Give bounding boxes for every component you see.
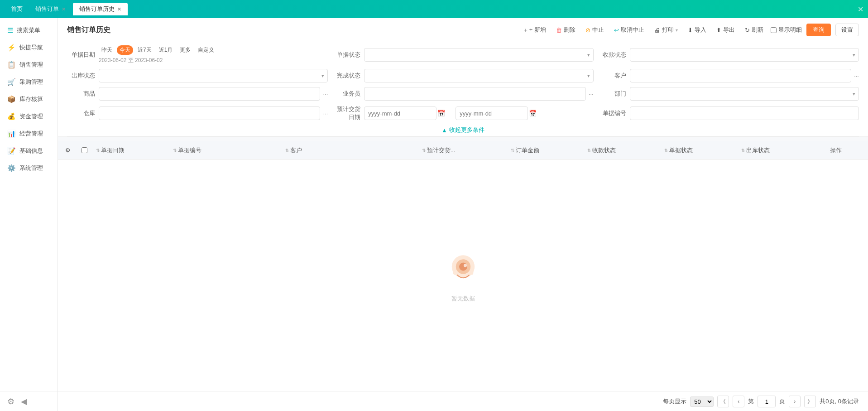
tab-sales-order[interactable]: 销售订单 ✕	[29, 3, 72, 15]
sort-receipt-icon: ⇅	[587, 148, 591, 153]
tab-sales-history-close[interactable]: ✕	[117, 6, 121, 12]
sidebar-item-quick-nav[interactable]: ⚡ 快捷导航	[0, 39, 58, 56]
th-ops-label: 操作	[830, 146, 842, 155]
th-ops: 操作	[827, 146, 863, 155]
date-dash: —	[446, 110, 456, 117]
main-layout: ☰ 搜索菜单 ⚡ 快捷导航 📋 销售管理 🛒 采购管理 📦 库存核算 💰 资金管…	[0, 18, 868, 411]
delete-button[interactable]: 🗑 删除	[553, 24, 578, 35]
sidebar-collapse-icon[interactable]: ◀	[21, 396, 27, 406]
salesperson-dots[interactable]: ···	[589, 91, 594, 97]
inventory-icon: 📦	[7, 95, 16, 103]
cancel-stop-button[interactable]: ↩ 取消中止	[611, 24, 647, 35]
print-button[interactable]: 🖨 打印 ▾	[652, 24, 681, 35]
order-no-label: 单据编号	[598, 109, 630, 117]
search-menu-icon: ☰	[7, 26, 13, 34]
th-status[interactable]: ⇅ 单据状态	[662, 146, 739, 155]
customer-input[interactable]	[630, 69, 851, 82]
date-btn-1month[interactable]: 近1月	[156, 45, 176, 55]
th-delivery[interactable]: ⇅ 预计交货...	[419, 146, 508, 155]
tab-sales-order-close[interactable]: ✕	[62, 6, 66, 12]
export-icon: ⬆	[716, 27, 721, 34]
th-amount[interactable]: ⇅ 订单金额	[508, 146, 585, 155]
outbound-status-select[interactable]	[99, 69, 328, 82]
first-page-button[interactable]: 《	[717, 396, 729, 407]
page-title-row: 销售订单历史 + + 新增 🗑 删除 ⊘ 中止 ↩	[67, 24, 859, 41]
tab-sales-history[interactable]: 销售订单历史 ✕	[73, 3, 128, 15]
th-no[interactable]: ⇅ 单据编号	[170, 146, 283, 155]
query-button[interactable]: 查询	[806, 24, 831, 36]
settings-button[interactable]: 设置	[835, 24, 859, 36]
window-close-icon[interactable]: ✕	[858, 5, 863, 14]
th-outbound[interactable]: ⇅ 出库状态	[739, 146, 827, 155]
sidebar-item-inventory[interactable]: 📦 库存核算	[0, 91, 58, 108]
page-unit-label: 页	[779, 397, 785, 406]
display-toggle-checkbox[interactable]	[771, 27, 777, 33]
th-gear[interactable]: ⚙	[62, 147, 79, 154]
sidebar-item-search-menu[interactable]: ☰ 搜索菜单	[0, 22, 58, 39]
th-date[interactable]: ⇅ 单据日期	[93, 146, 170, 155]
th-customer[interactable]: ⇅ 客户	[283, 146, 419, 155]
date-btn-today[interactable]: 今天	[117, 45, 133, 55]
date-range-text: 2023-06-02 至 2023-06-02	[99, 57, 217, 64]
last-page-button[interactable]: 》	[804, 396, 816, 407]
sort-status-icon: ⇅	[664, 148, 668, 153]
svg-point-4	[453, 271, 457, 275]
select-all-checkbox[interactable]	[82, 147, 87, 153]
delivery-date-start[interactable]	[364, 106, 436, 120]
salesperson-input[interactable]	[364, 87, 585, 101]
import-button[interactable]: ⬇ 导入	[685, 24, 709, 35]
dept-select[interactable]	[630, 87, 859, 101]
product-dots[interactable]: ···	[323, 91, 328, 97]
sidebar-item-basic-info[interactable]: 📝 基础信息	[0, 142, 58, 160]
display-toggle-label: 显示明细	[778, 26, 802, 34]
sidebar-item-finance[interactable]: 💰 资金管理	[0, 108, 58, 125]
toolbar: + + 新增 🗑 删除 ⊘ 中止 ↩ 取消中止	[521, 24, 859, 36]
sort-date-icon: ⇅	[96, 148, 100, 153]
receipt-status-wrap	[630, 48, 859, 62]
th-receipt[interactable]: ⇅ 收款状态	[585, 146, 662, 155]
tab-home[interactable]: 首页	[5, 3, 29, 15]
product-input[interactable]	[99, 87, 320, 101]
new-button[interactable]: + + 新增	[521, 24, 549, 35]
date-btn-7days[interactable]: 近7天	[135, 45, 154, 55]
delivery-date-end[interactable]	[456, 106, 528, 120]
receipt-status-select[interactable]	[630, 48, 859, 62]
th-delivery-label: 预计交货...	[427, 146, 456, 155]
sidebar-item-operations[interactable]: 📊 经营管理	[0, 125, 58, 142]
delivery-date-end-cal-icon[interactable]: 📅	[529, 110, 537, 117]
sidebar-item-purchase-mgmt[interactable]: 🛒 采购管理	[0, 73, 58, 91]
next-page-button[interactable]: ›	[789, 396, 801, 407]
order-status-select[interactable]	[364, 48, 593, 62]
stop-icon: ⊘	[585, 27, 590, 34]
date-btn-yesterday[interactable]: 昨天	[99, 45, 115, 55]
complete-status-select[interactable]	[364, 69, 593, 82]
export-button[interactable]: ⬆ 导出	[714, 24, 738, 35]
sales-mgmt-icon: 📋	[7, 61, 16, 69]
th-check[interactable]	[79, 147, 93, 153]
per-page-select[interactable]: 10 20 50 100	[690, 396, 714, 407]
refresh-button[interactable]: ↻ 刷新	[742, 24, 766, 35]
sidebar-item-basic-info-label: 基础信息	[19, 147, 43, 155]
stop-button[interactable]: ⊘ 中止	[583, 24, 607, 35]
sidebar-item-sys-mgmt[interactable]: ⚙️ 系统管理	[0, 160, 58, 177]
warehouse-dots[interactable]: ···	[323, 110, 328, 117]
th-customer-label: 客户	[290, 146, 302, 155]
date-btn-more[interactable]: 更多	[177, 45, 193, 55]
page-title: 销售订单历史	[67, 25, 110, 35]
order-no-input[interactable]	[630, 106, 859, 120]
customer-dots[interactable]: ···	[854, 73, 859, 79]
collapse-row[interactable]: ▲ 收起更多条件	[67, 124, 859, 136]
th-status-label: 单据状态	[669, 146, 693, 155]
sidebar-settings-icon[interactable]: ⚙	[7, 396, 14, 406]
filter-warehouse: 仓库 ···	[67, 105, 328, 121]
collapse-label: 收起更多条件	[449, 126, 484, 134]
warehouse-input[interactable]	[99, 106, 320, 120]
sidebar-item-operations-label: 经营管理	[19, 130, 43, 138]
prev-page-button[interactable]: ‹	[733, 396, 744, 407]
sidebar-item-sales-mgmt[interactable]: 📋 销售管理	[0, 56, 58, 73]
delivery-date-start-cal-icon[interactable]: 📅	[437, 110, 445, 117]
import-icon: ⬇	[688, 27, 693, 34]
date-btn-custom[interactable]: 自定义	[195, 45, 217, 55]
page-input[interactable]	[758, 396, 776, 407]
outbound-status-wrap	[99, 69, 328, 82]
